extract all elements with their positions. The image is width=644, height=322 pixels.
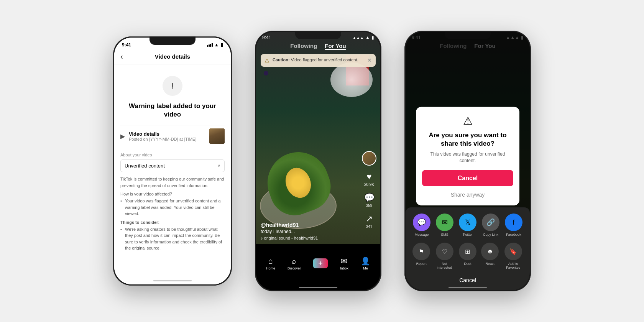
- not-interested-icon: ♡: [436, 243, 453, 260]
- home-label: Home: [266, 266, 275, 270]
- phone1-header-title: Video details: [155, 53, 190, 60]
- phone2-bottom-nav: ⌂ Home ⌕ Discover + ✉ Inbox 👤 Me: [256, 244, 380, 290]
- nav-home[interactable]: ⌂ Home: [266, 257, 275, 270]
- message-label: Message: [415, 233, 429, 237]
- phone2-time: 9:41: [262, 35, 271, 40]
- right-actions: ♥ 20.9K 💬 359 ↗ 341: [362, 151, 376, 229]
- phone2-status-icons: ▲▲▲ ▲ ▮: [352, 35, 374, 40]
- home-indicator: [114, 277, 231, 284]
- discover-icon: ⌕: [292, 257, 296, 266]
- phone1-video-date: Posted on [YYYY-MM-DD] at [TIME]: [129, 137, 205, 141]
- back-button[interactable]: ‹: [120, 52, 123, 61]
- phone2: 9:41 ▲▲▲ ▲ ▮ Following For You ⚠: [255, 31, 381, 291]
- bullet-2: We're asking creators to be thoughtful a…: [120, 226, 225, 251]
- not-interested-action[interactable]: ♡ Not interested: [435, 243, 454, 269]
- add-button[interactable]: +: [313, 258, 328, 268]
- share-sms[interactable]: ✉ SMS: [436, 214, 453, 237]
- message-icon: 💬: [413, 214, 430, 231]
- sound-label: ♪ original sound - healthwrld91: [261, 236, 350, 240]
- share-count: 341: [366, 225, 373, 229]
- favorites-label: Add to Favorites: [504, 262, 523, 269]
- comment-icon: 💬: [364, 193, 375, 203]
- warning-circle-icon: !: [163, 76, 182, 96]
- report-icon: ⚑: [412, 243, 430, 260]
- inbox-label: Inbox: [340, 266, 348, 270]
- bottom-sheet-cancel-button[interactable]: Cancel: [410, 274, 525, 286]
- not-interested-label: Not interested: [435, 262, 454, 269]
- share-message[interactable]: 💬 Message: [413, 214, 430, 237]
- dialog-warning-icon: ⚠: [422, 115, 513, 127]
- twitter-label: Twitter: [463, 233, 473, 237]
- about-video-label: About your video: [120, 153, 225, 157]
- share-twitter[interactable]: 𝕏 Twitter: [459, 214, 476, 237]
- bowl-decoration: [330, 62, 373, 97]
- phone2-content: 9:41 ▲▲▲ ▲ ▮ Following For You ⚠: [256, 32, 380, 290]
- wifi-icon: ▲: [214, 42, 219, 48]
- share-action[interactable]: ↗ 341: [366, 214, 373, 229]
- things-label: Things to consider:: [120, 220, 225, 225]
- dialog-subtitle: This video was flagged for unverified co…: [422, 151, 513, 164]
- phone1: 9:41 ▲ ▮ ‹ Video det: [113, 36, 232, 286]
- affected-label: How is your video affected?: [120, 192, 225, 196]
- phone1-status-icons: ▲ ▮: [207, 42, 223, 48]
- phone1-video-info: Video details Posted on [YYYY-MM-DD] at …: [129, 131, 205, 141]
- twitter-icon: 𝕏: [459, 214, 476, 231]
- bullet-1: Your video was flagged for unverified co…: [120, 198, 225, 217]
- tab-for-you[interactable]: For You: [325, 43, 346, 50]
- share-facebook[interactable]: f Facebook: [505, 214, 522, 237]
- me-label: Me: [363, 266, 368, 270]
- video-actions-row: ⚑ Report ♡ Not interested ⊞ Duet ☻: [410, 243, 525, 269]
- phone1-main-title: Warning label added to your video: [120, 102, 225, 119]
- phone1-video-title: Video details: [129, 131, 205, 137]
- dialog-cancel-button[interactable]: Cancel: [422, 170, 513, 186]
- react-action[interactable]: ☻ React: [481, 243, 499, 269]
- chevron-down-icon: ∨: [217, 163, 220, 168]
- phone2-wifi-icon: ▲: [365, 35, 370, 40]
- phone1-video-thumbnail: [209, 128, 225, 144]
- avocado-pit: [281, 164, 315, 201]
- sms-label: SMS: [441, 233, 449, 237]
- content-type-dropdown[interactable]: Unverified content ∨: [120, 159, 225, 172]
- close-icon[interactable]: ✕: [367, 57, 372, 63]
- creator-avatar[interactable]: [362, 151, 376, 166]
- report-action[interactable]: ⚑ Report: [412, 243, 430, 269]
- duet-action[interactable]: ⊞ Duet: [459, 243, 476, 269]
- caution-message: Video flagged for unverified content.: [290, 58, 358, 62]
- phone3-content: 9:41 ▲▲▲ ▮ Following For You ⚠ Are you: [406, 32, 530, 290]
- share-confirmation-dialog: ⚠ Are you sure you want to share this vi…: [416, 107, 519, 205]
- phone2-nav-tabs: Following For You: [256, 43, 380, 50]
- user-info: @healthwrld91 today I learned... ♪ origi…: [261, 222, 350, 240]
- duet-icon: ⊞: [459, 243, 476, 260]
- phone2-home-indicator: [299, 287, 337, 288]
- react-icon: ☻: [481, 243, 499, 260]
- phone1-description: TikTok is committed to keeping our commu…: [120, 176, 225, 189]
- profile-icon: 👤: [361, 256, 370, 266]
- berry: [264, 71, 268, 76]
- caution-text: Caution: Video flagged for unverified co…: [273, 57, 364, 63]
- share-anyway-button[interactable]: Share anyway: [422, 190, 513, 199]
- heart-icon: ♥: [366, 172, 371, 182]
- share-copy-link[interactable]: 🔗 Copy Link: [482, 214, 499, 237]
- copy-link-label: Copy Link: [483, 233, 498, 237]
- add-to-favorites-action[interactable]: 🔖 Add to Favorites: [504, 243, 523, 269]
- sms-icon: ✉: [436, 214, 453, 231]
- share-options-row: 💬 Message ✉ SMS 𝕏 Twitter 🔗: [410, 214, 525, 237]
- phone2-status-bar: 9:41 ▲▲▲ ▲ ▮: [256, 32, 380, 42]
- thumbnail-image: [209, 128, 225, 144]
- caution-banner: ⚠ Caution: Video flagged for unverified …: [261, 54, 376, 67]
- caption-text: today I learned...: [261, 229, 350, 234]
- comment-action[interactable]: 💬 359: [364, 193, 375, 208]
- like-count: 20.9K: [364, 182, 374, 187]
- like-action[interactable]: ♥ 20.9K: [364, 172, 374, 187]
- phone1-time: 9:41: [122, 42, 131, 48]
- phone2-signal-icon: ▲▲▲: [352, 36, 364, 40]
- copy-link-icon: 🔗: [482, 214, 499, 231]
- dialog-title: Are you sure you want to share this vide…: [422, 131, 513, 148]
- nav-me[interactable]: 👤 Me: [361, 256, 370, 270]
- nav-inbox[interactable]: ✉ Inbox: [340, 256, 348, 270]
- nav-discover[interactable]: ⌕ Discover: [288, 257, 301, 270]
- comment-count: 359: [366, 204, 373, 208]
- report-label: Report: [416, 262, 427, 266]
- tab-following[interactable]: Following: [290, 43, 317, 50]
- phone1-video-row: ▶ Video details Posted on [YYYY-MM-DD] a…: [120, 125, 225, 147]
